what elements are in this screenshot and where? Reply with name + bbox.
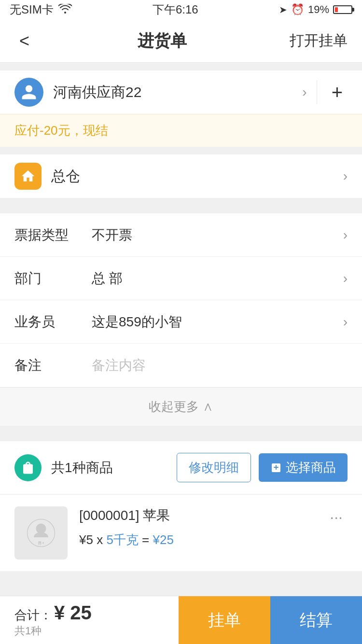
product-item: 兽+ [0000001] 苹果 ¥5 x 5千克 = ¥25 ···: [0, 494, 362, 571]
products-header: 共1种商品 修改明细 选择商品: [0, 441, 362, 494]
invoice-type-row[interactable]: 票据类型 不开票 ›: [0, 213, 362, 257]
product-title: 苹果: [143, 508, 170, 523]
total-count: 共1种: [14, 624, 164, 638]
remark-input[interactable]: 备注内容: [92, 356, 348, 375]
product-name: [0000001] 苹果: [79, 506, 325, 525]
product-total-price: ¥25: [153, 532, 173, 547]
warehouse-chevron-icon: ›: [343, 168, 348, 184]
add-supplier-button[interactable]: +: [327, 77, 348, 108]
product-thumbnail: 兽+: [14, 506, 68, 560]
location-icon: ➤: [279, 4, 287, 15]
status-left: 无SIM卡: [10, 2, 72, 17]
invoice-type-chevron-icon: ›: [343, 227, 348, 243]
warehouse-icon: [14, 163, 42, 190]
salesperson-chevron-icon: ›: [343, 314, 348, 330]
bottom-bar: 合计： ¥ 25 共1种 挂单 结算: [0, 596, 362, 644]
product-code: [0000001]: [79, 508, 143, 523]
status-right: ➤ ⏰ 19%: [279, 3, 352, 16]
product-info: [0000001] 苹果 ¥5 x 5千克 = ¥25: [79, 506, 325, 548]
department-label: 部门: [14, 269, 82, 288]
alarm-icon: ⏰: [291, 3, 304, 16]
product-quantity: 5千克: [106, 532, 138, 547]
battery-icon: [333, 5, 352, 14]
product-count-label: 共1种商品: [51, 459, 177, 477]
invoice-type-label: 票据类型: [14, 226, 82, 244]
notice-text: 应付-20元，现结: [14, 123, 108, 138]
warehouse-building-icon: [20, 168, 36, 184]
supplier-divider: [317, 80, 317, 104]
wifi-icon: [58, 3, 72, 16]
svg-text:兽+: 兽+: [38, 541, 44, 546]
salesperson-value: 这是859的小智: [92, 313, 343, 331]
battery-percent: 19%: [308, 3, 329, 16]
department-chevron-icon: ›: [343, 271, 348, 286]
divider-1: [0, 63, 362, 70]
salesperson-row[interactable]: 业务员 这是859的小智 ›: [0, 300, 362, 344]
product-price: ¥5 x 5千克 = ¥25: [79, 532, 325, 548]
warehouse-row[interactable]: 总仓 ›: [0, 154, 362, 198]
invoice-type-value: 不开票: [92, 226, 343, 244]
form-section: 票据类型 不开票 › 部门 总 部 › 业务员 这是859的小智 › 备注 备注…: [0, 213, 362, 387]
warehouse-section: 总仓 ›: [0, 154, 362, 198]
supplier-chevron-icon: ›: [302, 84, 306, 100]
department-row[interactable]: 部门 总 部 ›: [0, 257, 362, 300]
supplier-section: 河南供应商22 › + 应付-20元，现结: [0, 70, 362, 147]
remark-label: 备注: [14, 356, 82, 375]
back-button[interactable]: <: [14, 26, 34, 56]
remark-row[interactable]: 备注 备注内容: [0, 344, 362, 387]
product-more-button[interactable]: ···: [325, 506, 348, 528]
page-title: 进货单: [138, 30, 187, 52]
total-amount: ¥ 25: [54, 602, 92, 624]
notice-bar: 应付-20元，现结: [0, 114, 362, 147]
hang-button[interactable]: 挂单: [179, 596, 270, 644]
edit-detail-button[interactable]: 修改明细: [177, 453, 251, 482]
carrier-label: 无SIM卡: [10, 2, 54, 17]
choose-product-button[interactable]: 选择商品: [259, 453, 348, 482]
products-section: 共1种商品 修改明细 选择商品 兽+ [0000001] 苹果 ¥5 x 5千克…: [0, 441, 362, 571]
supplier-avatar-icon: [20, 84, 38, 101]
status-time: 下午6:16: [153, 2, 198, 17]
svg-point-0: [36, 524, 46, 534]
divider-4: [0, 426, 362, 434]
supplier-row[interactable]: 河南供应商22 › +: [0, 70, 362, 114]
open-hang-button[interactable]: 打开挂单: [290, 31, 348, 51]
shopping-bag-icon: [21, 461, 35, 475]
checkout-button[interactable]: 结算: [270, 596, 362, 644]
collapse-button[interactable]: 收起更多 ∧: [0, 387, 362, 426]
divider-3: [0, 198, 362, 206]
supplier-avatar: [14, 78, 43, 107]
nav-bar: < 进货单 打开挂单: [0, 19, 362, 63]
total-section: 合计： ¥ 25 共1种: [0, 596, 179, 644]
product-placeholder-icon: 兽+: [27, 518, 56, 547]
divider-2: [0, 147, 362, 154]
department-value: 总 部: [92, 269, 343, 288]
total-label: 合计：: [14, 607, 52, 624]
add-product-icon: [270, 462, 282, 474]
warehouse-name: 总仓: [51, 167, 343, 186]
product-count-icon: [14, 454, 42, 481]
salesperson-label: 业务员: [14, 313, 82, 331]
supplier-name: 河南供应商22: [53, 83, 302, 102]
product-unit-price: ¥5 x: [79, 532, 106, 547]
status-bar: 无SIM卡 下午6:16 ➤ ⏰ 19%: [0, 0, 362, 19]
product-equals: =: [139, 532, 153, 547]
choose-product-label: 选择商品: [286, 459, 336, 476]
